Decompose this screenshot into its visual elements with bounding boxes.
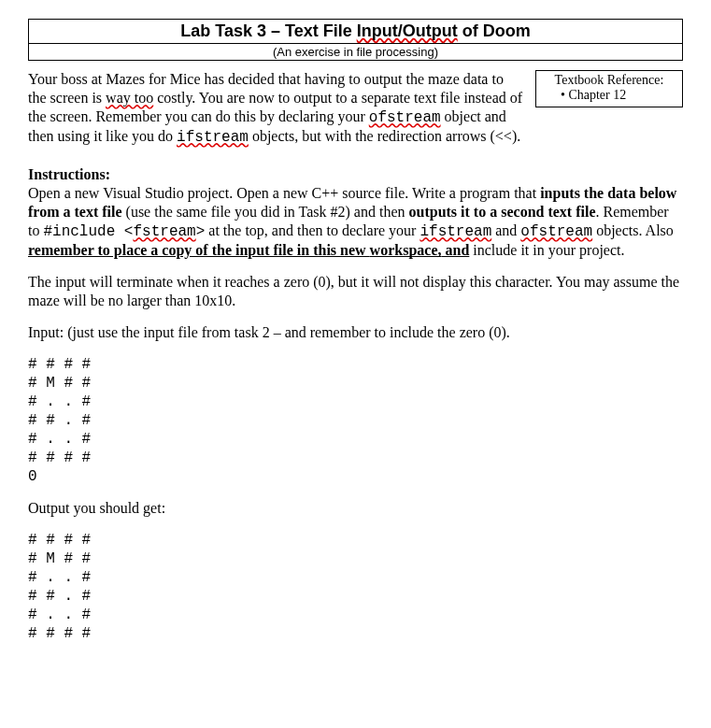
instr-s1: ifstream [419,223,491,240]
title-pre: Lab Task 3 – Text File [180,21,356,40]
maze-output-block: # # # # # M # # # . . # # # . # # . . # … [28,531,683,643]
input-label: Input: (just use the input file from tas… [28,323,683,342]
instr-b2: outputs it to a second text file [409,204,596,220]
instr-t2: (use the same file you did in Task #2) a… [122,204,409,220]
instr-t5: and [491,222,520,238]
title-squiggle: Input/Output [357,21,458,40]
title-post: of Doom [458,21,531,40]
reference-box: Textbook Reference: • Chapter 12 [535,70,683,107]
instructions-label: Instructions: [28,166,110,182]
instr-t4: at the top, and then to declare your [205,222,419,238]
reference-heading: Textbook Reference: [544,73,675,88]
instr-t1: Open a new Visual Studio project. Open a… [28,185,540,201]
instr-t6: objects. Also [592,222,674,238]
instr-bu1: remember to place a copy of the input fi… [28,242,370,258]
instr-m1b: > [196,223,206,240]
intro-t4: objects, but with the redirection arrows… [249,128,520,144]
instr-s2: ofstream [520,223,592,240]
maze-input-block: # # # # # M # # # . . # # # . # # . . # … [28,355,683,486]
terminate-paragraph: The input will terminate when it reaches… [28,273,683,310]
reference-item: • Chapter 12 [544,88,675,103]
instr-m1: #include < [43,223,133,240]
intro-s1: way too [106,90,153,106]
instr-ms1: fstream [133,223,195,240]
output-label: Output you should get: [28,499,683,518]
title-box: Lab Task 3 – Text File Input/Output of D… [28,19,683,44]
instr-bua1: and [442,242,470,258]
instr-bus1: workspace, [370,242,442,258]
intro-s2: ofstream [369,109,441,126]
instr-t7: include it in your project. [469,242,624,258]
instructions-paragraph: Instructions: Open a new Visual Studio p… [28,165,683,260]
subtitle-box: (An exercise in file processing) [28,44,683,61]
intro-s3: ifstream [177,129,249,146]
